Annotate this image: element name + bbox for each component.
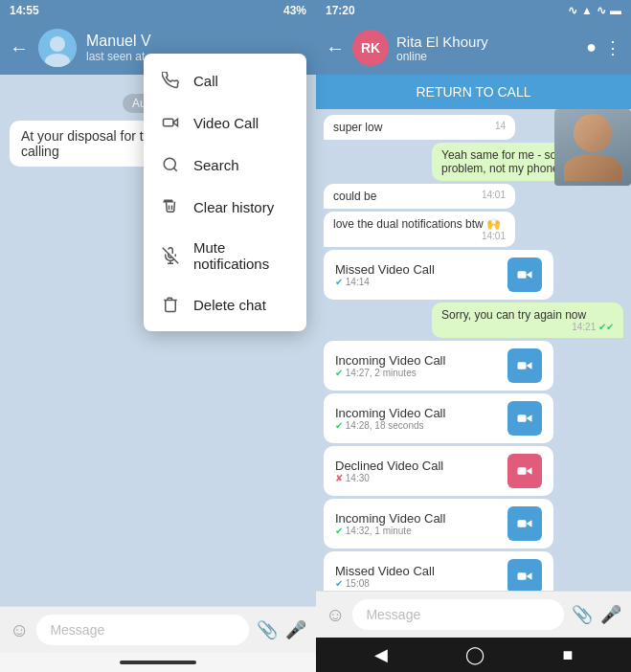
call-info-missed-1: Missed Video Call ✔ 14:14 — [335, 262, 507, 287]
left-input-area: ☺ Message 📎 🎤 — [0, 606, 316, 653]
svg-rect-16 — [518, 467, 527, 475]
incoming-call-icon-1[interactable] — [507, 348, 542, 383]
menu-video-call[interactable]: Video Call — [144, 101, 306, 144]
call-bubble-incoming-2: Incoming Video Call ✔ 14:28, 18 seconds — [324, 393, 553, 443]
right-emoji-icon[interactable]: ☺ — [326, 604, 345, 626]
bluetooth-icon: ∿ — [568, 4, 577, 17]
declined-call-icon[interactable] — [507, 454, 542, 488]
right-header-info: Rita El Khoury online — [396, 34, 578, 63]
wifi-icon: ∿ — [597, 4, 606, 17]
menu-video-call-label: Video Call — [193, 115, 259, 131]
svg-marker-15 — [527, 414, 532, 422]
right-nav-bar: ◀ ◯ ■ — [316, 638, 631, 672]
menu-mute[interactable]: Mute notifications — [144, 228, 306, 283]
avatar — [38, 29, 77, 67]
right-input-area: ☺ Message 📎 🎤 — [316, 591, 631, 638]
svg-point-5 — [164, 158, 175, 169]
missed-call-icon-2[interactable] — [507, 559, 542, 591]
right-status-icons: ∿ ▲ ∿ ▬ — [568, 4, 621, 17]
video-call-icon — [161, 113, 180, 132]
svg-rect-12 — [518, 362, 527, 370]
call-info-incoming-3: Incoming Video Call ✔ 14:32, 1 minute — [335, 511, 507, 536]
right-contact-status: online — [396, 50, 578, 63]
svg-marker-21 — [527, 572, 532, 580]
home-nav-icon[interactable]: ◯ — [465, 644, 485, 665]
more-options-icon[interactable]: ⋮ — [604, 37, 621, 58]
svg-rect-3 — [164, 119, 174, 126]
right-back-arrow-icon[interactable]: ← — [326, 37, 345, 59]
right-message-input[interactable]: Message — [352, 599, 564, 630]
left-bottom-bar — [0, 653, 316, 672]
call-info-declined: Declined Video Call ✘ 14:30 — [335, 459, 507, 483]
call-bubble-declined: Declined Video Call ✘ 14:30 — [324, 446, 553, 496]
msg-sorry: Sorry, you can try again now 14:21 ✔✔ — [432, 302, 623, 338]
right-chat-area: super low 14 Yeah same for me - so it's … — [316, 109, 631, 591]
svg-rect-20 — [518, 572, 527, 580]
svg-rect-10 — [518, 271, 527, 279]
return-to-call-bar[interactable]: RETURN TO CALL — [316, 75, 631, 109]
call-info-missed-2: Missed Video Call ✔ 15:08 — [335, 564, 507, 589]
svg-marker-17 — [527, 467, 532, 475]
back-arrow-icon[interactable]: ← — [10, 37, 29, 59]
menu-mute-label: Mute notifications — [193, 239, 289, 272]
svg-marker-19 — [527, 520, 532, 527]
right-status-bar: 17:20 ∿ ▲ ∿ ▬ — [316, 0, 631, 21]
context-menu: Call Video Call Search — [144, 54, 306, 331]
back-nav-icon[interactable]: ◀ — [374, 644, 388, 665]
menu-delete[interactable]: Delete chat — [144, 283, 306, 325]
menu-delete-label: Delete chat — [193, 297, 266, 313]
left-panel: 14:55 43% ← Manuel V last seen at Call — [0, 0, 316, 672]
home-indicator — [120, 661, 196, 664]
search-icon — [161, 155, 180, 174]
attachment-icon[interactable]: 📎 — [257, 619, 278, 640]
search-header-icon[interactable]: ● — [586, 37, 597, 58]
msg-could-be: could be 14:01 — [324, 184, 515, 209]
mute-icon — [161, 246, 180, 265]
call-bubble-missed-2: Missed Video Call ✔ 15:08 — [324, 551, 553, 591]
svg-line-6 — [173, 168, 176, 170]
call-info-incoming-2: Incoming Video Call ✔ 14:28, 18 seconds — [335, 406, 507, 431]
left-battery: 43% — [283, 4, 306, 17]
signal-icon: ▲ — [581, 4, 593, 17]
svg-rect-14 — [518, 414, 527, 422]
mic-icon[interactable]: 🎤 — [285, 619, 306, 640]
call-info-incoming-1: Incoming Video Call ✔ 14:27, 2 minutes — [335, 353, 507, 378]
svg-marker-13 — [527, 362, 532, 370]
call-bubble-incoming-1: Incoming Video Call ✔ 14:27, 2 minutes — [324, 341, 553, 391]
emoji-icon[interactable]: ☺ — [10, 619, 29, 641]
delete-icon — [161, 295, 180, 314]
clear-history-icon — [161, 197, 180, 216]
missed-call-icon-1[interactable] — [507, 258, 542, 292]
right-time: 17:20 — [326, 4, 355, 17]
right-mic-icon[interactable]: 🎤 — [600, 604, 621, 625]
rk-avatar: RK — [352, 30, 389, 66]
right-attachment-icon[interactable]: 📎 — [572, 604, 593, 625]
svg-rect-18 — [518, 520, 527, 527]
right-header-icons: ● ⋮ — [586, 37, 621, 58]
menu-call-label: Call — [193, 73, 218, 89]
right-header: ← RK Rita El Khoury online ● ⋮ — [316, 21, 631, 75]
left-time: 14:55 — [10, 4, 39, 17]
menu-clear-history[interactable]: Clear history — [144, 186, 306, 228]
incoming-call-icon-3[interactable] — [507, 506, 542, 541]
call-bubble-incoming-3: Incoming Video Call ✔ 14:32, 1 minute — [324, 499, 553, 549]
recents-nav-icon[interactable]: ■ — [562, 645, 573, 665]
pip-video — [554, 109, 631, 186]
battery-icon: ▬ — [610, 4, 621, 17]
left-status-bar: 14:55 43% — [0, 0, 316, 21]
right-contact-name: Rita El Khoury — [396, 34, 578, 50]
svg-marker-11 — [527, 271, 532, 279]
menu-search[interactable]: Search — [144, 144, 306, 186]
incoming-call-icon-2[interactable] — [507, 401, 542, 436]
menu-clear-history-label: Clear history — [193, 199, 274, 215]
call-bubble-missed-1: Missed Video Call ✔ 14:14 — [324, 250, 553, 300]
right-panel: 17:20 ∿ ▲ ∿ ▬ ← RK Rita El Khoury online… — [316, 0, 631, 672]
msg-super-low: super low 14 — [324, 115, 515, 140]
pip-thumbnail — [554, 109, 631, 186]
call-icon — [161, 71, 180, 90]
left-message-input[interactable]: Message — [36, 615, 249, 645]
menu-call[interactable]: Call — [144, 59, 306, 101]
svg-point-1 — [50, 36, 65, 52]
contact-name: Manuel V — [86, 33, 306, 50]
msg-love-dual: love the dual notifications btw 🙌 14:01 — [324, 212, 515, 247]
